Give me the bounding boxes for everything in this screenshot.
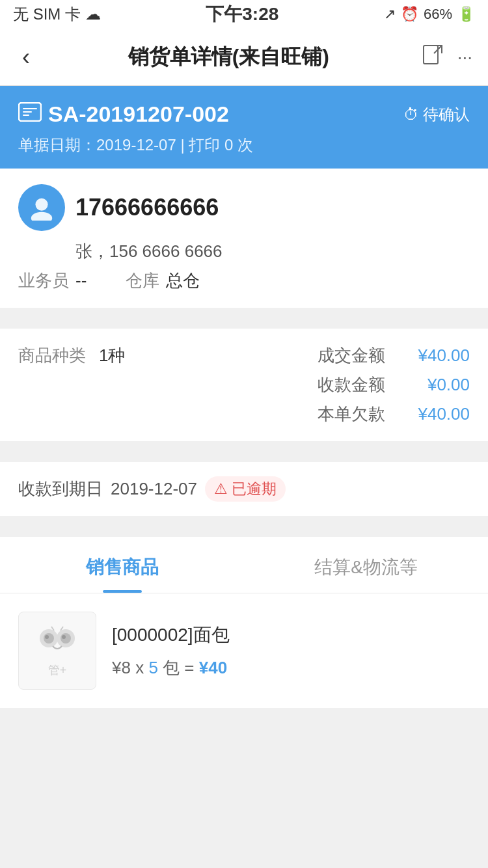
product-type-value: 1种 <box>99 344 125 367</box>
alarm-icon: ⏰ <box>401 6 418 23</box>
nav-actions: ··· <box>421 43 472 71</box>
svg-point-3 <box>31 212 52 221</box>
share-button[interactable] <box>421 43 444 71</box>
stats-right: 成交金额 ¥40.00 收款金额 ¥0.00 本单欠款 ¥40.00 <box>318 344 470 426</box>
stats-section: 商品种类 1种 成交金额 ¥40.00 收款金额 ¥0.00 本单欠款 ¥40.… <box>0 329 488 441</box>
tab-settlement[interactable]: 结算&物流等 <box>244 537 488 593</box>
svg-point-9 <box>62 635 66 639</box>
back-button[interactable]: ‹ <box>16 37 36 77</box>
stats-left: 商品种类 1种 <box>18 344 125 367</box>
product-brand: 管+ <box>48 662 67 678</box>
due-date: 2019-12-07 <box>111 479 197 499</box>
order-status: ⏱ 待确认 <box>403 104 470 125</box>
page-title: 销货单详情(来自旺铺) <box>128 43 329 72</box>
order-icon <box>18 102 42 127</box>
battery-icon: 🔋 <box>457 6 475 23</box>
amount-label-1: 收款金额 <box>318 373 385 396</box>
product-list: 管+ [0000002]面包 ¥8 x 5 包 = ¥40 <box>0 593 488 709</box>
amount-value-0: ¥40.00 <box>398 346 470 366</box>
product-details: [0000002]面包 ¥8 x 5 包 = ¥40 <box>112 623 470 679</box>
product-total: ¥40 <box>199 658 227 677</box>
amount-value-1: ¥0.00 <box>398 375 470 395</box>
product-qty: 5 <box>148 658 157 677</box>
tabs-row: 销售商品 结算&物流等 <box>0 537 488 593</box>
due-section: 收款到期日 2019-12-07 ⚠ 已逾期 <box>0 462 488 516</box>
location-icon: ↗ <box>384 6 396 23</box>
product-logo: 管+ <box>34 624 80 678</box>
amount-label-2: 本单欠款 <box>318 403 385 426</box>
svg-point-2 <box>35 198 47 211</box>
svg-rect-0 <box>424 46 438 64</box>
divider-1 <box>0 318 488 329</box>
product-thumbnail: 管+ <box>18 612 96 690</box>
customer-row: 17666666666 <box>18 184 470 231</box>
svg-point-6 <box>44 633 54 644</box>
warehouse-value: 总仓 <box>166 269 200 292</box>
customer-phone: 17666666666 <box>75 194 219 221</box>
sales-meta: 业务员 -- <box>18 269 87 292</box>
sales-value: -- <box>75 271 87 291</box>
order-date: 单据日期：2019-12-07 | 打印 0 次 <box>18 135 470 156</box>
order-id: SA-20191207-002 <box>18 102 229 127</box>
warehouse-label: 仓库 <box>126 269 159 292</box>
stats-row-1: 收款金额 ¥0.00 <box>318 373 470 396</box>
customer-name: 张，156 6666 6666 <box>18 240 470 263</box>
svg-point-8 <box>45 635 49 639</box>
overdue-text: 已逾期 <box>232 479 277 499</box>
battery-level: 66% <box>424 6 452 23</box>
overdue-icon: ⚠ <box>214 480 228 498</box>
product-name: [0000002]面包 <box>112 623 470 647</box>
customer-avatar <box>18 184 65 231</box>
status-time: 下午3:28 <box>206 2 278 27</box>
status-left: 无 SIM 卡 ☁ <box>13 4 101 25</box>
warehouse-meta: 仓库 总仓 <box>126 269 200 292</box>
svg-point-7 <box>61 633 71 644</box>
overdue-badge: ⚠ 已逾期 <box>205 476 286 502</box>
amount-value-2: ¥40.00 <box>398 404 470 424</box>
empty-area <box>0 709 488 868</box>
tabs-section: 销售商品 结算&物流等 <box>0 537 488 593</box>
sales-label: 业务员 <box>18 269 69 292</box>
product-type-label: 商品种类 <box>18 344 86 367</box>
tab-sales-products[interactable]: 销售商品 <box>0 537 244 593</box>
divider-3 <box>0 526 488 537</box>
status-right: ↗ ⏰ 66% 🔋 <box>384 6 475 23</box>
amount-label-0: 成交金额 <box>318 344 385 367</box>
stats-row-0: 成交金额 ¥40.00 <box>318 344 470 367</box>
more-button[interactable]: ··· <box>457 47 472 68</box>
product-price-row: ¥8 x 5 包 = ¥40 <box>112 657 470 679</box>
sim-status: 无 SIM 卡 ☁ <box>13 4 101 25</box>
product-item: 管+ [0000002]面包 ¥8 x 5 包 = ¥40 <box>0 593 488 709</box>
divider-2 <box>0 452 488 462</box>
due-label: 收款到期日 <box>18 478 103 500</box>
order-header: SA-20191207-002 ⏱ 待确认 单据日期：2019-12-07 | … <box>0 86 488 169</box>
nav-bar: ‹ 销货单详情(来自旺铺) ··· <box>0 29 488 86</box>
stats-row-2: 本单欠款 ¥40.00 <box>318 403 470 426</box>
clock-icon: ⏱ <box>403 105 419 124</box>
customer-section: 17666666666 张，156 6666 6666 业务员 -- 仓库 总仓 <box>0 169 488 308</box>
customer-meta: 业务员 -- 仓库 总仓 <box>18 269 470 292</box>
order-header-top: SA-20191207-002 ⏱ 待确认 <box>18 102 470 127</box>
status-bar: 无 SIM 卡 ☁ 下午3:28 ↗ ⏰ 66% 🔋 <box>0 0 488 29</box>
